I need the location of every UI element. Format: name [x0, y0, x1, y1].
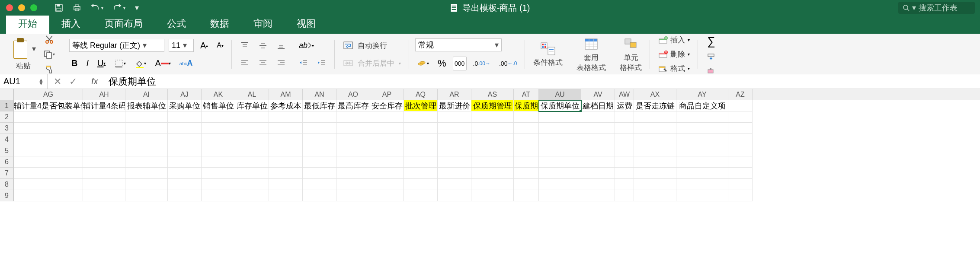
- cell[interactable]: 销售单位: [202, 100, 235, 111]
- row-header[interactable]: 2: [0, 111, 14, 123]
- border-button[interactable]: ▾: [112, 57, 128, 70]
- cell[interactable]: [370, 190, 404, 201]
- cell[interactable]: [303, 156, 336, 168]
- cell[interactable]: [514, 111, 539, 123]
- column-header-AY[interactable]: AY: [676, 89, 728, 100]
- italic-button[interactable]: I: [84, 57, 91, 70]
- cell[interactable]: [404, 156, 438, 168]
- cell[interactable]: 参考成本: [269, 100, 303, 111]
- copy-button[interactable]: ▾: [41, 48, 57, 60]
- cell[interactable]: [125, 168, 168, 179]
- cell[interactable]: [125, 156, 168, 168]
- cell[interactable]: [370, 123, 404, 134]
- align-right-button[interactable]: [274, 57, 288, 69]
- cell[interactable]: [83, 168, 125, 179]
- cell[interactable]: [539, 179, 581, 190]
- wrap-text-button[interactable]: 自动换行: [341, 39, 389, 52]
- tab-data[interactable]: 数据: [198, 14, 241, 34]
- cell[interactable]: [83, 179, 125, 190]
- cell[interactable]: 商品自定义项: [676, 100, 728, 111]
- cell[interactable]: [581, 145, 615, 156]
- cell[interactable]: [303, 179, 336, 190]
- cell[interactable]: [269, 168, 303, 179]
- cell[interactable]: [438, 168, 471, 179]
- cell[interactable]: [370, 134, 404, 145]
- align-left-button[interactable]: [238, 57, 252, 69]
- cell[interactable]: [269, 190, 303, 201]
- cell[interactable]: [235, 190, 269, 201]
- maximize-window-button[interactable]: [30, 4, 37, 11]
- cell[interactable]: 批次管理: [404, 100, 438, 111]
- cell[interactable]: [438, 123, 471, 134]
- cell[interactable]: [404, 111, 438, 123]
- cell[interactable]: [615, 190, 634, 201]
- decrease-indent-button[interactable]: [297, 57, 311, 69]
- autosum-button[interactable]: ∑: [705, 33, 717, 49]
- cell[interactable]: [202, 145, 235, 156]
- cell[interactable]: [728, 111, 753, 123]
- cell[interactable]: [14, 156, 83, 168]
- cell[interactable]: [125, 123, 168, 134]
- cut-button[interactable]: [42, 34, 56, 46]
- cell[interactable]: [370, 168, 404, 179]
- cell[interactable]: [125, 190, 168, 201]
- cell[interactable]: [303, 145, 336, 156]
- cell[interactable]: [235, 123, 269, 134]
- cell[interactable]: [235, 111, 269, 123]
- cell[interactable]: [202, 156, 235, 168]
- cell[interactable]: [438, 111, 471, 123]
- cell[interactable]: [615, 134, 634, 145]
- cell[interactable]: 安全库存: [370, 100, 404, 111]
- column-header-AQ[interactable]: AQ: [404, 89, 438, 100]
- cell[interactable]: [235, 156, 269, 168]
- column-header-AW[interactable]: AW: [615, 89, 634, 100]
- cell[interactable]: 是否走冻链: [634, 100, 676, 111]
- cell[interactable]: [336, 123, 370, 134]
- column-header-AR[interactable]: AR: [438, 89, 471, 100]
- cell[interactable]: [539, 190, 581, 201]
- underline-button[interactable]: U▾: [95, 57, 108, 70]
- currency-button[interactable]: ▾: [415, 57, 431, 70]
- decrease-font-button[interactable]: A▾: [215, 40, 226, 51]
- cell[interactable]: [634, 179, 676, 190]
- cell[interactable]: [269, 145, 303, 156]
- cell[interactable]: [728, 156, 753, 168]
- tab-view[interactable]: 视图: [285, 14, 328, 34]
- cell[interactable]: [83, 134, 125, 145]
- cancel-formula-button[interactable]: ✕: [54, 76, 61, 87]
- merge-center-button[interactable]: 合并后居中 ▾: [341, 57, 403, 70]
- cell[interactable]: [728, 145, 753, 156]
- cell[interactable]: [615, 168, 634, 179]
- cell[interactable]: [370, 156, 404, 168]
- clear-button[interactable]: [704, 65, 718, 75]
- cell[interactable]: [168, 156, 202, 168]
- column-header-AT[interactable]: AT: [514, 89, 539, 100]
- cell[interactable]: [303, 134, 336, 145]
- tab-review[interactable]: 审阅: [241, 14, 285, 34]
- cell[interactable]: 最新进价: [438, 100, 471, 111]
- cell[interactable]: [514, 145, 539, 156]
- cell[interactable]: [404, 145, 438, 156]
- column-header-AP[interactable]: AP: [370, 89, 404, 100]
- cell[interactable]: [539, 134, 581, 145]
- cell[interactable]: [168, 168, 202, 179]
- cell[interactable]: [303, 111, 336, 123]
- name-box[interactable]: AU1 ▲▼: [0, 74, 48, 89]
- cell[interactable]: [634, 168, 676, 179]
- row-header[interactable]: 6: [0, 156, 14, 168]
- cell[interactable]: [83, 123, 125, 134]
- cell[interactable]: [615, 179, 634, 190]
- cell[interactable]: [615, 111, 634, 123]
- column-header-AH[interactable]: AH: [83, 89, 125, 100]
- paste-button[interactable]: [10, 38, 29, 60]
- tab-formula[interactable]: 公式: [155, 14, 198, 34]
- name-box-stepper[interactable]: ▲▼: [38, 78, 44, 85]
- cell[interactable]: [336, 168, 370, 179]
- cell[interactable]: [514, 134, 539, 145]
- cell[interactable]: [125, 111, 168, 123]
- column-header-AM[interactable]: AM: [269, 89, 303, 100]
- search-box[interactable]: ▾: [898, 2, 975, 14]
- cell[interactable]: [438, 179, 471, 190]
- cell[interactable]: [235, 134, 269, 145]
- cell[interactable]: [336, 134, 370, 145]
